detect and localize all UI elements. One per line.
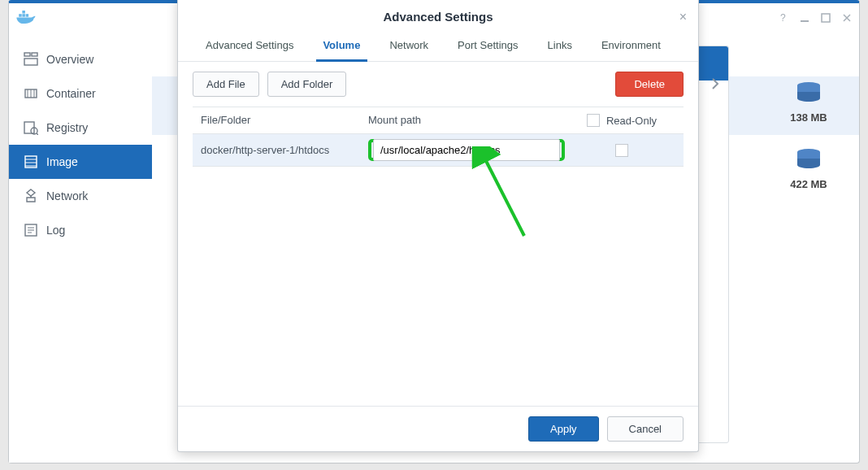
registry-icon bbox=[24, 120, 38, 135]
sidebar-item-log[interactable]: Log bbox=[9, 213, 152, 247]
minimize-button[interactable] bbox=[799, 12, 810, 24]
sidebar-item-label: Log bbox=[46, 224, 65, 237]
svg-rect-7 bbox=[24, 53, 30, 56]
apply-button[interactable]: Apply bbox=[528, 416, 599, 442]
database-icon bbox=[794, 81, 823, 107]
table-header: File/Folder Mount path Read-Only bbox=[193, 107, 684, 134]
modal-title: Advanced Settings bbox=[383, 10, 493, 24]
tab-environment[interactable]: Environment bbox=[588, 31, 674, 61]
svg-text:?: ? bbox=[780, 12, 786, 24]
image-size-label: 422 MB bbox=[790, 178, 827, 190]
image-icon bbox=[24, 154, 38, 169]
cancel-button[interactable]: Cancel bbox=[607, 416, 684, 442]
svg-rect-0 bbox=[19, 14, 22, 17]
svg-rect-9 bbox=[24, 59, 37, 65]
read-only-header-checkbox[interactable] bbox=[587, 114, 600, 127]
sidebar-item-label: Network bbox=[46, 189, 88, 202]
volume-toolbar: Add File Add Folder Delete bbox=[193, 72, 684, 97]
database-icon bbox=[794, 148, 823, 173]
chevron-right-icon[interactable] bbox=[708, 76, 723, 91]
add-file-button[interactable]: Add File bbox=[193, 72, 259, 97]
close-button[interactable] bbox=[841, 12, 853, 24]
image-entry[interactable]: 138 MB bbox=[790, 81, 827, 124]
mount-path-cell bbox=[368, 139, 565, 161]
image-size-list: 138 MB 422 MB bbox=[768, 81, 849, 190]
tab-advanced-settings[interactable]: Advanced Settings bbox=[193, 31, 306, 61]
sidebar-item-label: Image bbox=[46, 155, 78, 168]
mount-path-input[interactable] bbox=[373, 139, 560, 161]
sidebar-item-label: Registry bbox=[46, 121, 88, 134]
modal-header: Advanced Settings × bbox=[178, 0, 698, 31]
svg-rect-6 bbox=[822, 14, 830, 22]
column-mount-path: Mount path bbox=[368, 114, 565, 127]
container-icon bbox=[24, 86, 38, 101]
highlight-annotation bbox=[368, 139, 565, 161]
column-read-only: Read-Only bbox=[565, 114, 679, 127]
advanced-settings-modal: Advanced Settings × Advanced Settings Vo… bbox=[177, 0, 699, 452]
modal-footer: Apply Cancel bbox=[178, 406, 698, 451]
maximize-button[interactable] bbox=[820, 12, 831, 24]
svg-rect-5 bbox=[801, 20, 809, 22]
read-only-checkbox[interactable] bbox=[615, 144, 628, 157]
sidebar-item-label: Overview bbox=[46, 53, 93, 66]
delete-button[interactable]: Delete bbox=[615, 72, 684, 97]
image-entry[interactable]: 422 MB bbox=[790, 148, 827, 190]
tab-links[interactable]: Links bbox=[535, 31, 585, 61]
read-only-label: Read-Only bbox=[606, 115, 657, 127]
sidebar-item-registry[interactable]: Registry bbox=[9, 111, 152, 145]
sidebar-item-network[interactable]: Network bbox=[9, 179, 152, 213]
log-icon bbox=[24, 223, 38, 237]
table-row[interactable]: docker/http-server-1/htdocs bbox=[193, 134, 684, 166]
svg-rect-2 bbox=[26, 14, 28, 17]
sidebar-item-label: Container bbox=[46, 87, 96, 100]
sidebar-item-overview[interactable]: Overview bbox=[9, 42, 152, 76]
modal-tabs: Advanced Settings Volume Network Port Se… bbox=[178, 31, 698, 62]
window-controls: ? bbox=[778, 12, 853, 24]
column-file-folder: File/Folder bbox=[197, 114, 368, 127]
sidebar: Overview Container Registry Image Networ… bbox=[9, 33, 152, 463]
svg-rect-3 bbox=[22, 11, 25, 14]
network-icon bbox=[24, 189, 38, 203]
volume-table: File/Folder Mount path Read-Only docker/… bbox=[193, 107, 684, 167]
close-icon[interactable]: × bbox=[679, 10, 687, 24]
add-folder-button[interactable]: Add Folder bbox=[267, 72, 347, 97]
file-folder-cell: docker/http-server-1/htdocs bbox=[197, 144, 368, 156]
tab-network[interactable]: Network bbox=[376, 31, 441, 61]
modal-body: Add File Add Folder Delete File/Folder M… bbox=[178, 62, 698, 406]
help-button[interactable]: ? bbox=[778, 12, 789, 24]
tab-port-settings[interactable]: Port Settings bbox=[445, 31, 531, 61]
sidebar-item-container[interactable]: Container bbox=[9, 76, 152, 111]
image-size-label: 138 MB bbox=[790, 111, 827, 124]
read-only-cell bbox=[565, 144, 679, 157]
sidebar-item-image[interactable]: Image bbox=[9, 145, 152, 179]
tab-volume[interactable]: Volume bbox=[310, 31, 373, 61]
svg-rect-8 bbox=[32, 53, 37, 56]
svg-rect-1 bbox=[22, 14, 25, 17]
docker-whale-icon bbox=[15, 8, 38, 28]
overview-icon bbox=[24, 52, 38, 67]
